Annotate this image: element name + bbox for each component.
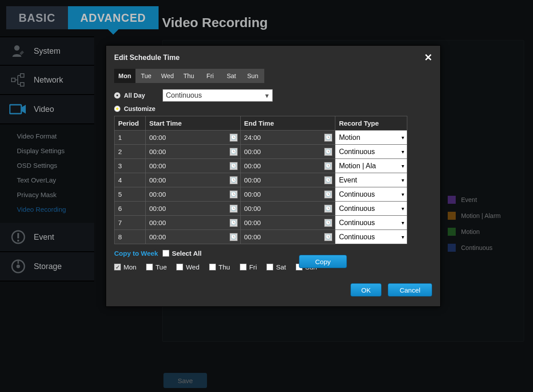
customize-label: Customize bbox=[124, 105, 155, 112]
checkbox-icon[interactable] bbox=[114, 264, 121, 270]
select-all-label: Select All bbox=[172, 249, 202, 257]
th-start: Start Time bbox=[145, 116, 240, 131]
checkbox-icon[interactable] bbox=[146, 264, 153, 270]
table-row: 400:00🕓00:00🕓Event bbox=[115, 173, 407, 187]
copy-day-label: Sat bbox=[276, 263, 286, 271]
table-row: 200:00🕓00:00🕓Continuous bbox=[115, 145, 407, 159]
time-picker-icon[interactable]: 🕓 bbox=[230, 190, 238, 198]
cell-start[interactable]: 00:00🕓 bbox=[145, 216, 240, 230]
cell-period: 3 bbox=[115, 159, 146, 173]
close-icon[interactable]: ✕ bbox=[424, 52, 432, 63]
day-tab-tue[interactable]: Tue bbox=[135, 69, 157, 83]
day-tab-wed[interactable]: Wed bbox=[157, 69, 178, 83]
radio-allday[interactable] bbox=[114, 92, 120, 99]
record-type-select[interactable]: Continuous bbox=[335, 230, 407, 244]
copy-day-wed[interactable]: Wed bbox=[176, 263, 199, 271]
cell-end[interactable]: 00:00🕓 bbox=[240, 216, 335, 230]
time-picker-icon[interactable]: 🕓 bbox=[324, 205, 332, 213]
table-row: 100:00🕓24:00🕓Motion bbox=[115, 131, 407, 145]
time-picker-icon[interactable]: 🕓 bbox=[230, 176, 238, 184]
day-tab-fri[interactable]: Fri bbox=[199, 69, 221, 83]
day-tabs: MonTueWedThuFriSatSun bbox=[114, 69, 264, 83]
time-picker-icon[interactable]: 🕓 bbox=[230, 219, 238, 227]
time-picker-icon[interactable]: 🕓 bbox=[324, 190, 332, 198]
time-picker-icon[interactable]: 🕓 bbox=[324, 219, 332, 227]
time-picker-icon[interactable]: 🕓 bbox=[324, 162, 332, 170]
cell-end[interactable]: 00:00🕓 bbox=[240, 159, 335, 173]
checkbox-icon[interactable] bbox=[266, 264, 273, 270]
cell-period: 5 bbox=[115, 187, 146, 202]
copy-day-mon[interactable]: Mon bbox=[114, 263, 136, 271]
cell-start[interactable]: 00:00🕓 bbox=[145, 230, 240, 244]
copy-day-label: Fri bbox=[249, 263, 257, 271]
day-tab-sun[interactable]: Sun bbox=[242, 69, 263, 83]
time-picker-icon[interactable]: 🕓 bbox=[230, 233, 238, 241]
record-type-select[interactable]: Continuous bbox=[335, 202, 407, 215]
cell-start[interactable]: 00:00🕓 bbox=[145, 202, 240, 216]
schedule-tbody: 100:00🕓24:00🕓Motion200:00🕓00:00🕓Continuo… bbox=[115, 131, 407, 244]
cell-end[interactable]: 00:00🕓 bbox=[240, 173, 335, 187]
record-type-select[interactable]: Continuous bbox=[335, 145, 407, 158]
record-type-select[interactable]: Motion | Ala bbox=[335, 159, 407, 173]
table-row: 700:00🕓00:00🕓Continuous bbox=[115, 216, 407, 230]
day-tab-sat[interactable]: Sat bbox=[221, 69, 242, 83]
cell-period: 4 bbox=[115, 173, 146, 187]
day-tab-thu[interactable]: Thu bbox=[178, 69, 199, 83]
table-row: 600:00🕓00:00🕓Continuous bbox=[115, 202, 407, 216]
cell-start[interactable]: 00:00🕓 bbox=[145, 145, 240, 159]
cell-end[interactable]: 00:00🕓 bbox=[240, 187, 335, 202]
copy-to-week-link[interactable]: Copy to Week bbox=[114, 249, 158, 257]
checkbox-icon[interactable] bbox=[240, 264, 247, 270]
copy-day-label: Mon bbox=[123, 263, 136, 271]
time-picker-icon[interactable]: 🕓 bbox=[230, 205, 238, 213]
time-picker-icon[interactable]: 🕓 bbox=[324, 176, 332, 184]
copy-days-row: MonTueWedThuFriSatSun bbox=[114, 263, 432, 271]
th-period: Period bbox=[115, 116, 146, 131]
copy-day-label: Wed bbox=[186, 263, 199, 271]
record-type-select[interactable]: Motion bbox=[335, 131, 407, 144]
cell-end[interactable]: 24:00🕓 bbox=[240, 131, 335, 145]
allday-label: All Day bbox=[124, 92, 145, 99]
checkbox-icon[interactable] bbox=[209, 264, 216, 270]
cell-period: 6 bbox=[115, 202, 146, 216]
cell-end[interactable]: 00:00🕓 bbox=[240, 145, 335, 159]
schedule-table: Period Start Time End Time Record Type 1… bbox=[114, 116, 407, 244]
th-end: End Time bbox=[240, 116, 335, 131]
cell-end[interactable]: 00:00🕓 bbox=[240, 202, 335, 216]
cell-period: 1 bbox=[115, 131, 146, 145]
radio-customize[interactable] bbox=[114, 106, 120, 112]
day-tab-mon[interactable]: Mon bbox=[114, 69, 135, 83]
cell-start[interactable]: 00:00🕓 bbox=[145, 173, 240, 187]
copy-button[interactable]: Copy bbox=[299, 255, 347, 268]
record-type-select[interactable]: Continuous bbox=[335, 187, 407, 201]
copy-day-thu[interactable]: Thu bbox=[209, 263, 230, 271]
cancel-button[interactable]: Cancel bbox=[388, 283, 432, 297]
ok-button[interactable]: OK bbox=[350, 283, 382, 297]
select-all-checkbox[interactable] bbox=[163, 250, 169, 257]
time-picker-icon[interactable]: 🕓 bbox=[324, 134, 332, 142]
time-picker-icon[interactable]: 🕓 bbox=[230, 134, 238, 142]
time-picker-icon[interactable]: 🕓 bbox=[324, 233, 332, 241]
allday-type-select[interactable]: Continuous bbox=[163, 89, 273, 102]
table-row: 800:00🕓00:00🕓Continuous bbox=[115, 230, 407, 244]
cell-start[interactable]: 00:00🕓 bbox=[145, 187, 240, 202]
cell-start[interactable]: 00:00🕓 bbox=[145, 159, 240, 173]
cell-start[interactable]: 00:00🕓 bbox=[145, 131, 240, 145]
copy-day-label: Tue bbox=[155, 263, 167, 271]
time-picker-icon[interactable]: 🕓 bbox=[230, 148, 238, 156]
record-type-select[interactable]: Continuous bbox=[335, 216, 407, 230]
table-row: 300:00🕓00:00🕓Motion | Ala bbox=[115, 159, 407, 173]
th-type: Record Type bbox=[335, 116, 407, 131]
time-picker-icon[interactable]: 🕓 bbox=[324, 148, 332, 156]
record-type-select[interactable]: Event bbox=[335, 173, 407, 187]
modal-title-text: Edit Schedule Time bbox=[114, 54, 179, 62]
copy-day-fri[interactable]: Fri bbox=[240, 263, 257, 271]
copy-day-tue[interactable]: Tue bbox=[146, 263, 167, 271]
edit-schedule-modal: Edit Schedule Time ✕ MonTueWedThuFriSatS… bbox=[106, 45, 441, 307]
time-picker-icon[interactable]: 🕓 bbox=[230, 162, 238, 170]
cell-period: 7 bbox=[115, 216, 146, 230]
checkbox-icon[interactable] bbox=[176, 264, 183, 270]
table-row: 500:00🕓00:00🕓Continuous bbox=[115, 187, 407, 202]
copy-day-sat[interactable]: Sat bbox=[266, 263, 286, 271]
cell-end[interactable]: 00:00🕓 bbox=[240, 230, 335, 244]
